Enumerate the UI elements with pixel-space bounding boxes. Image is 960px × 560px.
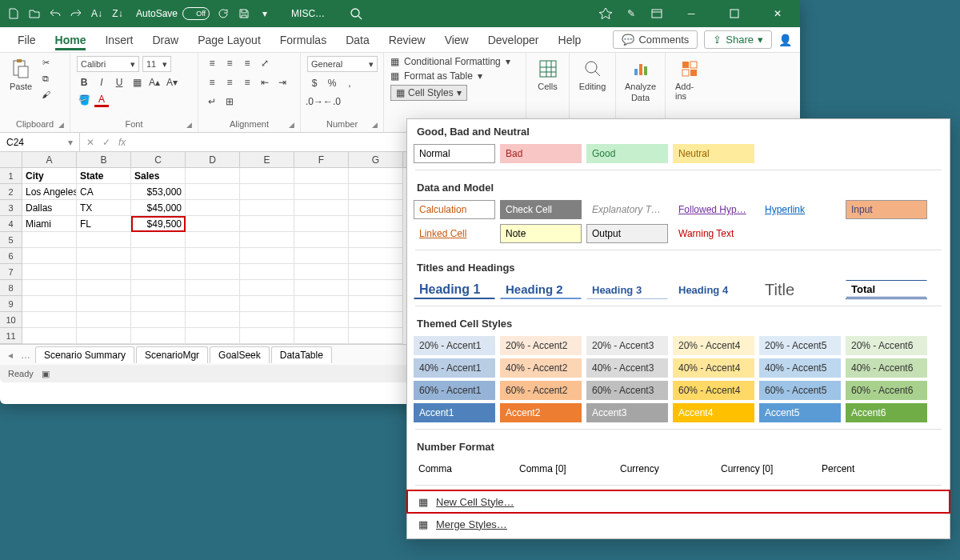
style-swatch[interactable]: 60% - Accent3 [586, 381, 668, 400]
close-button[interactable]: ✕ [762, 0, 794, 27]
cell[interactable] [349, 312, 403, 328]
cell[interactable] [77, 232, 131, 248]
qat-more-icon[interactable]: ▾ [258, 6, 272, 21]
underline-button[interactable]: U [112, 75, 126, 90]
tab-developer[interactable]: Developer [478, 27, 549, 52]
cell[interactable] [22, 232, 77, 248]
style-swatch[interactable]: 20% - Accent3 [586, 336, 668, 355]
accept-formula-icon[interactable]: ✓ [102, 137, 110, 148]
comma-icon[interactable]: , [342, 76, 357, 90]
cell[interactable]: FL [77, 216, 131, 232]
wrap-text-icon[interactable]: ↵ [205, 94, 219, 109]
indent-dec-icon[interactable]: ⇤ [258, 75, 272, 90]
style-swatch[interactable]: Note [500, 224, 582, 243]
cell[interactable] [186, 216, 240, 232]
cell[interactable] [294, 232, 349, 248]
inc-decimal-icon[interactable]: .0→ [307, 94, 322, 109]
new-cell-style-button[interactable]: ▦ New Cell Style… [407, 490, 950, 513]
border-button[interactable]: ▦ [130, 75, 144, 90]
style-swatch[interactable]: Accent5 [759, 403, 841, 422]
cell[interactable] [131, 280, 186, 296]
style-swatch[interactable]: 40% - Accent3 [586, 358, 668, 378]
row-header[interactable]: 7 [0, 264, 22, 280]
conditional-formatting-button[interactable]: ▦ Conditional Formatting▾ [390, 56, 510, 67]
cell[interactable] [77, 312, 131, 328]
cell[interactable] [294, 200, 349, 216]
column-header[interactable]: B [77, 152, 131, 167]
cell[interactable] [22, 328, 77, 344]
cell[interactable]: TX [77, 200, 131, 216]
sheet-tab[interactable]: GoalSeek [210, 346, 270, 363]
cell[interactable] [22, 296, 77, 312]
number-format-select[interactable]: General▾ [307, 56, 378, 72]
cell[interactable]: $49,500 [131, 216, 186, 232]
row-header[interactable]: 9 [0, 296, 22, 312]
style-swatch[interactable]: Accent2 [500, 403, 582, 422]
cell[interactable] [294, 248, 349, 264]
tab-insert[interactable]: Insert [95, 27, 142, 52]
cell[interactable] [349, 248, 403, 264]
name-box[interactable]: C24 ▾ [0, 133, 80, 151]
style-swatch[interactable]: 60% - Accent2 [500, 381, 582, 400]
cell[interactable] [349, 216, 403, 232]
style-swatch[interactable]: 40% - Accent1 [414, 358, 495, 378]
tab-page-layout[interactable]: Page Layout [188, 27, 270, 52]
percent-icon[interactable]: % [325, 76, 339, 90]
style-swatch[interactable]: 40% - Accent2 [500, 358, 582, 378]
row-header[interactable]: 3 [0, 200, 22, 216]
cell[interactable] [240, 248, 294, 264]
select-all-button[interactable] [0, 152, 22, 167]
align-middle-icon[interactable]: ≡ [222, 56, 237, 70]
cell[interactable] [240, 264, 294, 280]
cells-button[interactable]: Cells [533, 56, 562, 93]
decrease-font-icon[interactable]: A▾ [165, 75, 179, 90]
tab-data[interactable]: Data [336, 27, 379, 52]
cell[interactable] [240, 184, 294, 200]
cell[interactable]: State [77, 168, 131, 184]
tab-view[interactable]: View [435, 27, 478, 52]
style-swatch[interactable]: 20% - Accent4 [673, 336, 754, 355]
cell[interactable]: $45,000 [131, 200, 186, 216]
cell[interactable]: Los Angeles [22, 184, 77, 200]
redo-icon[interactable] [69, 6, 83, 21]
cell[interactable] [186, 328, 240, 344]
style-swatch[interactable]: Good [586, 144, 668, 163]
tab-draw[interactable]: Draw [142, 27, 188, 52]
style-swatch[interactable]: Normal [414, 144, 495, 163]
style-swatch[interactable]: 20% - Accent2 [500, 336, 582, 355]
number-format-item[interactable]: Comma [414, 459, 510, 478]
cell[interactable] [240, 168, 294, 184]
number-format-item[interactable]: Currency [0] [716, 459, 812, 478]
cell[interactable] [240, 216, 294, 232]
cell[interactable]: Miami [22, 216, 77, 232]
tab-help[interactable]: Help [549, 27, 591, 52]
cell[interactable] [186, 168, 240, 184]
style-swatch[interactable]: Calculation [414, 200, 495, 219]
sheet-nav-ellipsis[interactable]: … [18, 350, 34, 361]
cell[interactable] [349, 264, 403, 280]
alignment-dialog-launcher[interactable]: ◢ [289, 121, 298, 130]
comments-button[interactable]: 💬 Comments [613, 30, 698, 49]
sort-za-icon[interactable]: Z↓ [110, 6, 125, 21]
style-swatch[interactable]: Accent6 [846, 403, 927, 422]
cell[interactable] [240, 296, 294, 312]
sheet-tab[interactable]: ScenarioMgr [136, 346, 208, 363]
style-swatch[interactable]: Accent4 [673, 403, 754, 422]
align-right-icon[interactable]: ≡ [240, 75, 254, 90]
cell[interactable] [131, 264, 186, 280]
style-swatch[interactable]: Warning Text [673, 224, 754, 243]
row-header[interactable]: 10 [0, 312, 22, 328]
save-icon[interactable] [237, 6, 251, 21]
sheet-nav-prev[interactable]: ◂ [5, 350, 16, 361]
style-swatch[interactable]: Linked Cell [414, 224, 495, 243]
cell[interactable] [131, 328, 186, 344]
cell[interactable] [349, 296, 403, 312]
style-swatch[interactable]: 20% - Accent5 [759, 336, 841, 355]
accounting-icon[interactable]: $ [307, 76, 322, 90]
cell[interactable] [22, 264, 77, 280]
undo-icon[interactable] [48, 6, 62, 21]
style-swatch[interactable]: Bad [500, 144, 582, 163]
autosave-toggle[interactable]: AutoSave Off [136, 7, 210, 20]
tab-formulas[interactable]: Formulas [270, 27, 336, 52]
search-icon[interactable] [349, 6, 363, 21]
